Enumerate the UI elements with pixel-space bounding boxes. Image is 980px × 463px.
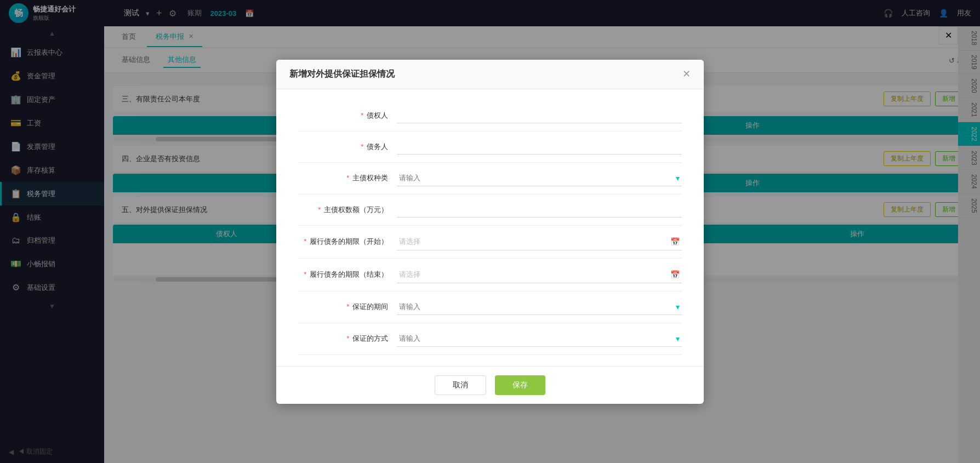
required-star-debtor: * [361, 142, 363, 151]
calendar-end-icon[interactable]: 📅 [670, 270, 680, 279]
form-row-debtor: * 债务人 [298, 132, 682, 163]
label-claim-type: * 主债权种类 [298, 173, 397, 183]
select-guarantee-method[interactable]: ▾ [397, 331, 682, 347]
date-start-placeholder: 请选择 [399, 237, 670, 247]
guarantee-period-arrow-icon[interactable]: ▾ [676, 302, 680, 311]
dialog: 新增对外提供保证担保情况 ✕ * 债权人 * 债务人 [276, 60, 704, 404]
required-star-claim-amount: * [318, 205, 321, 214]
input-creditor[interactable] [397, 108, 682, 123]
form-row-guarantee-period: * 保证的期间 ▾ [298, 291, 682, 323]
label-guarantee-method: * 保证的方式 [298, 334, 397, 344]
control-creditor [397, 108, 682, 123]
input-claim-type[interactable] [399, 174, 676, 182]
input-debtor[interactable] [397, 139, 682, 155]
guarantee-method-arrow-icon[interactable]: ▾ [676, 334, 680, 343]
form-row-claim-type: * 主债权种类 ▾ [298, 163, 682, 195]
dialog-overlay[interactable]: 新增对外提供保证担保情况 ✕ * 债权人 * 债务人 [0, 0, 980, 463]
form-row-period-start: * 履行债务的期限（开始） 请选择 📅 [298, 226, 682, 259]
form-row-period-end: * 履行债务的期限（结束） 请选择 📅 [298, 259, 682, 291]
control-period-end: 请选择 📅 [397, 266, 682, 283]
required-star-guarantee-method: * [346, 334, 349, 342]
date-end-placeholder: 请选择 [399, 270, 670, 279]
control-debtor [397, 139, 682, 155]
control-period-start: 请选择 📅 [397, 233, 682, 250]
dialog-title: 新增对外提供保证担保情况 [289, 68, 395, 80]
select-claim-type[interactable]: ▾ [397, 170, 682, 186]
required-star-period-start: * [304, 237, 306, 245]
control-claim-amount [397, 202, 682, 218]
cancel-button[interactable]: 取消 [435, 375, 486, 395]
label-debtor: * 债务人 [298, 142, 397, 152]
required-star-creditor: * [361, 111, 363, 119]
input-guarantee-period[interactable] [399, 302, 676, 311]
required-star-claim-type: * [346, 174, 349, 182]
save-button[interactable]: 保存 [495, 375, 545, 395]
form-row-creditor: * 债权人 [298, 100, 682, 132]
form-row-guarantee-method: * 保证的方式 ▾ [298, 323, 682, 355]
required-star-period-end: * [304, 270, 306, 278]
label-period-start: * 履行债务的期限（开始） [298, 237, 397, 247]
control-claim-type: ▾ [397, 170, 682, 186]
select-guarantee-period[interactable]: ▾ [397, 299, 682, 315]
claim-type-arrow-icon[interactable]: ▾ [676, 174, 680, 182]
form-row-claim-amount: * 主债权数额（万元） [298, 195, 682, 226]
dialog-header: 新增对外提供保证担保情况 ✕ [276, 60, 704, 89]
label-period-end: * 履行债务的期限（结束） [298, 270, 397, 279]
date-period-end[interactable]: 请选择 📅 [397, 266, 682, 283]
date-period-start[interactable]: 请选择 📅 [397, 233, 682, 250]
calendar-start-icon[interactable]: 📅 [670, 237, 680, 246]
label-creditor: * 债权人 [298, 111, 397, 121]
control-guarantee-method: ▾ [397, 331, 682, 347]
dialog-body: * 债权人 * 债务人 * [276, 89, 704, 366]
dialog-close-btn[interactable]: ✕ [682, 69, 691, 79]
required-star-guarantee-period: * [346, 302, 349, 311]
label-claim-amount: * 主债权数额（万元） [298, 205, 397, 215]
dialog-footer: 取消 保存 [276, 366, 704, 404]
input-guarantee-method[interactable] [399, 334, 676, 342]
label-guarantee-period: * 保证的期间 [298, 302, 397, 312]
input-claim-amount[interactable] [397, 202, 682, 218]
control-guarantee-period: ▾ [397, 299, 682, 315]
